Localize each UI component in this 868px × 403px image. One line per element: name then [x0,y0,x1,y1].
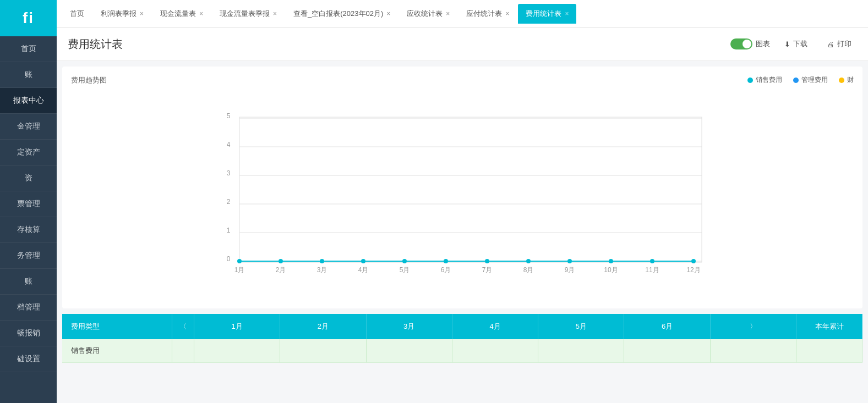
chart-toggle-group: 图表 [730,38,770,49]
legend-management: 管理费用 [793,75,828,85]
chart-title: 费用趋势图 [71,75,107,85]
svg-point-21 [567,259,572,263]
svg-text:1月: 1月 [234,266,245,274]
sidebar-item-inventory[interactable]: 存核算 [0,217,57,243]
table-header-mar: 3月 [367,314,452,339]
legend-sales: 销售费用 [747,75,782,85]
svg-text:5: 5 [227,112,231,120]
table-header-type: 费用类型 [62,314,172,339]
tab-home[interactable]: 首页 [62,4,92,24]
legend-dot-sales [747,78,753,83]
svg-point-17 [402,259,407,263]
main-area: 首页 利润表季报 × 现金流量表 × 现金流量表季报 × 查看_空白报表(202… [57,0,868,403]
table-header-ytd: 本年累计 [796,314,862,339]
table-cell-next [711,339,796,362]
sidebar-logo: fi [0,0,57,36]
table-header-may: 5月 [538,314,624,339]
svg-text:12月: 12月 [686,266,700,274]
svg-text:10月: 10月 [604,266,618,274]
page-header: 费用统计表 图表 ⬇ 下载 🖨 打印 [57,27,868,61]
tab-profit-quarter[interactable]: 利润表季报 × [93,4,151,24]
tab-blank-report[interactable]: 查看_空白报表(2023年02月) × [286,4,398,24]
svg-text:0: 0 [227,255,231,263]
table-row: 销售费用 [62,339,862,363]
sidebar-item-archive[interactable]: 档管理 [0,295,57,321]
svg-point-20 [526,259,531,263]
chart-toggle[interactable] [730,38,752,49]
svg-point-13 [237,259,242,263]
sidebar: fi 首页 账 报表中心 金管理 定资产 资 票管理 存核算 务管理 账 档管理… [0,0,57,403]
svg-text:4: 4 [227,141,231,148]
table-cell-nav [172,339,194,362]
table-header-jan: 1月 [194,314,280,339]
table-header-row: 费用类型 〈 1月 2月 3月 4月 5月 6月 〉 本年累计 [62,314,862,339]
svg-text:11月: 11月 [645,266,659,274]
svg-text:5月: 5月 [400,266,410,274]
table-header-prev[interactable]: 〈 [172,314,194,339]
chart-toggle-label: 图表 [756,39,770,49]
sidebar-item-account[interactable]: 账 [0,62,57,88]
page-content: 费用统计表 图表 ⬇ 下载 🖨 打印 费用趋势图 [57,27,868,403]
sidebar-item-ledger[interactable]: 账 [0,269,57,295]
svg-point-22 [609,259,613,263]
svg-text:3月: 3月 [317,266,327,274]
tab-close-blank-report[interactable]: × [386,10,390,18]
svg-text:7月: 7月 [482,266,493,274]
tab-close-profit-quarter[interactable]: × [140,10,144,18]
svg-rect-12 [239,117,702,262]
svg-text:2月: 2月 [276,266,286,274]
svg-point-19 [485,259,489,263]
tab-expense-stats[interactable]: 费用统计表 × [518,4,576,24]
tab-close-cashflow-quarter[interactable]: × [273,10,277,18]
table-header-feb: 2月 [280,314,366,339]
table-cell-ytd [796,339,862,362]
tab-cashflow[interactable]: 现金流量表 × [152,4,211,24]
tab-close-cashflow[interactable]: × [199,10,203,18]
tab-cashflow-quarter[interactable]: 现金流量表季报 × [212,4,285,24]
table-cell-type: 销售费用 [62,339,172,362]
tab-close-payable[interactable]: × [505,10,509,18]
svg-text:4月: 4月 [358,266,369,274]
table-cell-may [538,339,624,362]
svg-point-14 [279,259,283,263]
table-cell-mar [367,339,452,362]
tab-receivable[interactable]: 应收统计表 × [399,4,457,24]
svg-point-16 [361,259,365,263]
tab-payable[interactable]: 应付统计表 × [458,4,517,24]
table-header-apr: 4月 [452,314,538,339]
tab-close-receivable[interactable]: × [446,10,450,18]
print-button[interactable]: 🖨 打印 [822,36,857,52]
chart-section: 费用趋势图 销售费用 管理费用 财 [62,67,862,308]
tab-close-expense-stats[interactable]: × [565,10,569,18]
sidebar-item-reports[interactable]: 报表中心 [0,88,57,114]
svg-point-18 [444,259,448,263]
table-cell-apr [452,339,538,362]
chart-container: 0 1 2 3 4 5 [71,91,854,300]
svg-text:3: 3 [227,169,231,177]
sidebar-item-service[interactable]: 务管理 [0,243,57,269]
svg-text:8月: 8月 [523,266,534,274]
legend-dot-finance [839,78,844,83]
sidebar-item-cash[interactable]: 金管理 [0,114,57,140]
svg-text:6月: 6月 [441,266,451,274]
download-icon: ⬇ [784,40,790,48]
chart-legend: 销售费用 管理费用 财 [747,75,854,85]
download-button[interactable]: ⬇ 下载 [779,36,813,52]
sidebar-item-expense[interactable]: 畅报销 [0,321,57,346]
table-cell-jun [624,339,710,362]
svg-point-24 [691,259,696,263]
table-section: 费用类型 〈 1月 2月 3月 4月 5月 6月 〉 本年累计 销售费用 [62,314,862,363]
sidebar-item-settings[interactable]: 础设置 [0,346,57,372]
svg-text:2: 2 [227,198,231,206]
sidebar-item-assets[interactable]: 定资产 [0,140,57,165]
legend-finance: 财 [839,75,854,85]
chart-svg: 0 1 2 3 4 5 [99,96,832,278]
svg-point-23 [650,259,654,263]
table-header-next[interactable]: 〉 [711,314,796,339]
sidebar-item-invoice[interactable]: 票管理 [0,191,57,217]
page-title: 费用统计表 [68,37,123,52]
svg-text:9月: 9月 [565,266,575,274]
tab-bar: 首页 利润表季报 × 现金流量表 × 现金流量表季报 × 查看_空白报表(202… [57,0,868,27]
sidebar-item-capital[interactable]: 资 [0,165,57,191]
sidebar-item-home[interactable]: 首页 [0,36,57,62]
